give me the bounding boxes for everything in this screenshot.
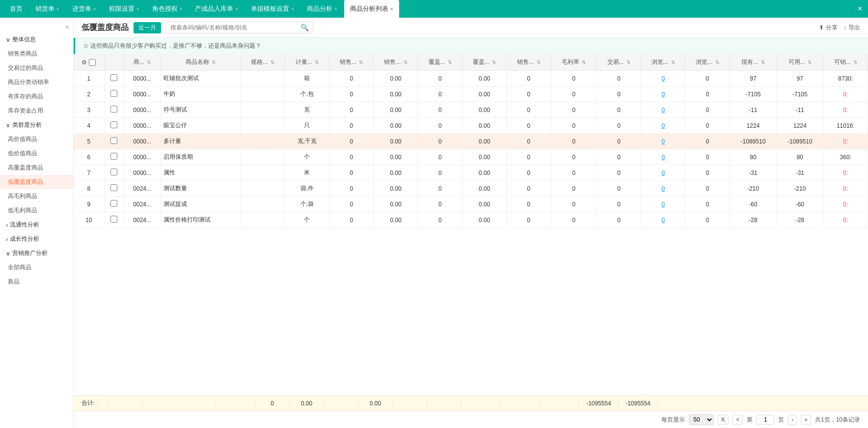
sidebar-item-低覆盖度商品[interactable]: 低覆盖度商品 (0, 175, 73, 189)
col-header-settings: ⚙ (74, 54, 104, 71)
row-sales-qty: 0 (329, 102, 374, 118)
row-spec (241, 71, 285, 86)
row-select-checkbox[interactable] (110, 74, 117, 81)
sidebar-item-新品[interactable]: 新品 (0, 275, 73, 289)
sidebar-group-整体信息[interactable]: ∨整体信息 (0, 32, 73, 47)
settings-icon[interactable]: ⚙ (77, 59, 101, 66)
group-title: 成长性分析 (10, 235, 39, 243)
tab-close-商品分析列表[interactable]: × (390, 6, 393, 12)
sidebar-item-销售类商品[interactable]: 销售类商品 (0, 47, 73, 61)
period-button[interactable]: 近一月 (134, 22, 161, 33)
row-cover2: 0.00 (462, 181, 507, 197)
nav-tab-商品分析[interactable]: 商品分析× (301, 0, 343, 18)
row-select-checkbox[interactable] (110, 169, 117, 175)
row-view2: 0 (685, 212, 730, 228)
row-cover1: 0 (418, 197, 462, 212)
row-checkbox (104, 149, 124, 165)
total-sales-qty: 0 (255, 400, 290, 407)
sidebar-item-库存资金占用[interactable]: 库存资金占用 (0, 104, 73, 118)
row-unit: 个,袋 (285, 197, 329, 212)
first-page-button[interactable]: K (718, 415, 729, 425)
row-unit: 个 (285, 149, 329, 165)
nav-tab-进货单[interactable]: 进货单× (66, 0, 102, 18)
sidebar-item-交易过的商品[interactable]: 交易过的商品 (0, 61, 73, 75)
row-sales-amt: 0.00 (374, 102, 418, 118)
window-close-button[interactable]: × (858, 4, 862, 13)
tab-close-销货单[interactable]: × (56, 6, 59, 12)
sidebar-item-高毛利商品[interactable]: 高毛利商品 (0, 189, 73, 203)
row-select-checkbox[interactable] (110, 184, 117, 191)
col-header-available: 可用... ⇅ (777, 54, 823, 71)
tab-close-权限设置[interactable]: × (136, 6, 139, 12)
col-header-sales_num: 销售... ⇅ (507, 54, 551, 71)
sort-icon-sales_amt: ⇅ (404, 59, 407, 65)
sidebar-item-有库存的商品[interactable]: 有库存的商品 (0, 89, 73, 104)
page-size-select[interactable]: 50 20 100 (689, 414, 714, 425)
row-current: -11 (730, 102, 776, 118)
sidebar-item-低价值商品[interactable]: 低价值商品 (0, 146, 73, 161)
tab-close-产成品入库单[interactable]: × (235, 6, 238, 12)
row-view2: 0 (685, 134, 730, 149)
row-code: 0000... (124, 102, 161, 118)
row-code: 0000... (124, 71, 161, 86)
sidebar-group-类群度分析[interactable]: ∨类群度分析 (0, 118, 73, 132)
sidebar-collapse-button[interactable]: « (0, 21, 73, 32)
row-select-checkbox[interactable] (110, 121, 117, 128)
row-select-checkbox[interactable] (110, 200, 117, 207)
row-saleable: 0: (823, 134, 868, 149)
row-gross-rate: 0 (551, 149, 597, 165)
select-all-checkbox[interactable] (89, 59, 96, 66)
row-spec (241, 181, 285, 197)
sidebar-item-高覆盖度商品[interactable]: 高覆盖度商品 (0, 161, 73, 175)
export-button[interactable]: ↓ 导出 (843, 24, 860, 32)
row-sales-num: 0 (507, 71, 551, 86)
page-number-input[interactable] (757, 415, 774, 425)
sidebar-item-低毛利商品[interactable]: 低毛利商品 (0, 203, 73, 218)
page-size-label: 每页显示 (661, 416, 685, 424)
sidebar-item-全部商品[interactable]: 全部商品 (0, 260, 73, 275)
nav-tab-商品分析列表[interactable]: 商品分析列表× (344, 0, 399, 18)
row-cover2: 0.00 (462, 197, 507, 212)
row-code: 0000... (124, 149, 161, 165)
nav-tab-单据模板设置[interactable]: 单据模板设置× (245, 0, 300, 18)
row-select-checkbox[interactable] (110, 137, 117, 144)
sidebar-group-流通性分析[interactable]: ›流通性分析 (0, 218, 73, 232)
row-trade: 0 (597, 71, 641, 86)
search-icon[interactable]: 🔍 (300, 24, 309, 31)
tab-close-角色授权[interactable]: × (180, 6, 183, 12)
sidebar-item-高价值商品[interactable]: 高价值商品 (0, 132, 73, 146)
row-name: 眼宝公仔 (161, 118, 241, 134)
row-sales-num: 0 (507, 149, 551, 165)
last-page-button[interactable]: » (801, 415, 811, 425)
tab-close-进货单[interactable]: × (93, 6, 96, 12)
nav-tab-角色授权[interactable]: 角色授权× (146, 0, 189, 18)
tab-close-单据模板设置[interactable]: × (291, 6, 294, 12)
row-name: 牛奶 (161, 86, 241, 102)
row-select-checkbox[interactable] (110, 90, 117, 97)
sidebar-group-成长性分析[interactable]: ›成长性分析 (0, 232, 73, 246)
sidebar-group-营销推广分析[interactable]: ∨营销推广分析 (0, 246, 73, 260)
table-row: 80024...测试数量袋,件00.0000.0000000-210-2100: (74, 181, 868, 197)
prev-page-button[interactable]: < (732, 415, 743, 425)
row-cover2: 0.00 (462, 149, 507, 165)
row-no: 8 (74, 181, 104, 197)
row-select-checkbox[interactable] (110, 106, 117, 113)
sidebar-item-商品分类动销率[interactable]: 商品分类动销率 (0, 75, 73, 89)
row-current: -31 (730, 165, 776, 181)
share-button[interactable]: ⬆ 分享 (819, 24, 838, 32)
sidebar: « ∨整体信息销售类商品交易过的商品商品分类动销率有库存的商品库存资金占用∨类群… (0, 18, 74, 428)
nav-tab-权限设置[interactable]: 权限设置× (103, 0, 145, 18)
tab-close-商品分析[interactable]: × (334, 6, 337, 12)
row-no: 9 (74, 197, 104, 212)
row-select-checkbox[interactable] (110, 153, 117, 160)
next-page-button[interactable]: › (788, 415, 797, 425)
row-saleable: 0: (823, 197, 868, 212)
table-footer: 合计: 0 0.00 0.00 -1095554 -10955 (74, 395, 868, 428)
row-view1: 0 (641, 118, 685, 134)
row-view2: 0 (685, 102, 730, 118)
nav-tab-销货单[interactable]: 销货单× (29, 0, 65, 18)
row-select-checkbox[interactable] (110, 216, 117, 223)
nav-tab-产成品入库单[interactable]: 产成品入库单× (189, 0, 244, 18)
nav-tab-首页[interactable]: 首页 (4, 0, 28, 18)
search-input[interactable] (170, 24, 298, 31)
